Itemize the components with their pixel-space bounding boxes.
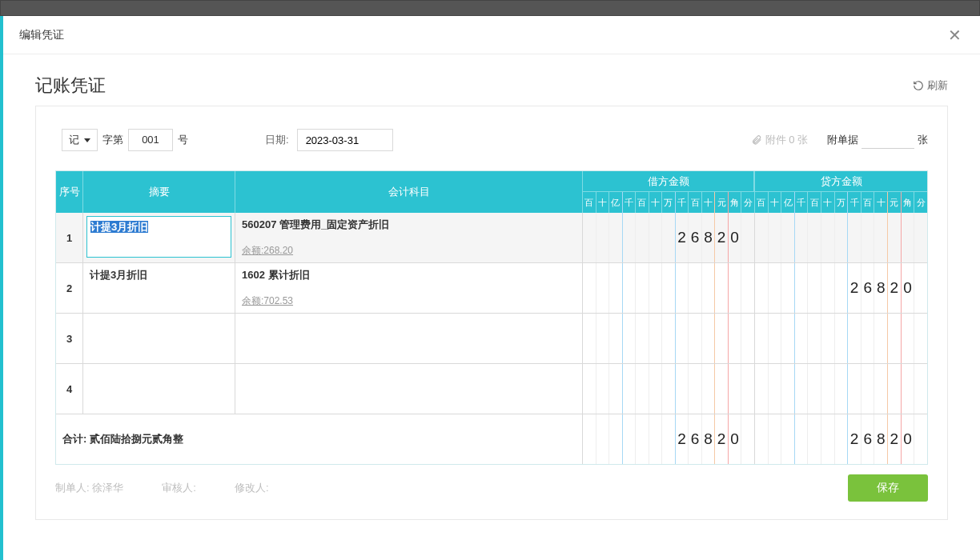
row-summary-cell[interactable] [83,314,235,363]
digit-cell [609,263,623,313]
row-credit-cell[interactable] [755,364,927,414]
digit-cell [649,364,663,414]
row-summary-cell[interactable]: 计提3月折旧 [83,263,235,313]
table-row[interactable]: 2计提3月折旧1602 累计折旧余额:702.5326820 [56,262,927,313]
row-account-cell[interactable]: 1602 累计折旧余额:702.53 [235,263,583,313]
header-credit: 贷方金额 百十亿千百十万千百十元角分 [755,171,927,213]
digit-cell [741,314,754,363]
digit-cell [821,213,835,262]
page-title: 记账凭证 [35,74,106,98]
digit-cell [755,414,769,464]
digit-cell: 8 [702,414,716,464]
voucher-number-input[interactable]: 001 [128,129,173,151]
digit-cell [821,414,835,464]
digit-cell [636,213,649,262]
table-row[interactable]: 3 [56,313,927,363]
save-button[interactable]: 保存 [848,474,928,502]
digit-cell: 2 [676,213,689,262]
voucher-type-select[interactable]: 记 [62,129,98,151]
attach-doc-label: 附单据 [827,133,858,147]
row-summary-cell[interactable] [83,364,235,414]
row-debit-cell[interactable] [583,314,755,363]
attach-count-input[interactable] [862,131,914,149]
refresh-icon [913,80,924,91]
paperclip-icon [751,134,762,146]
digit-cell [914,364,927,414]
row-account-cell[interactable] [235,364,583,414]
refresh-button[interactable]: 刷新 [913,78,948,93]
digit-header-cell: 分 [914,192,927,213]
digit-header-cell: 元 [715,192,729,213]
row-credit-cell[interactable]: 26820 [755,263,927,313]
digit-cell [914,314,927,363]
voucher-type-value: 记 [69,133,79,147]
summary-input[interactable]: 计提3月折旧 [86,216,231,258]
digit-cell [848,213,862,262]
header-debit-digits: 百十亿千百十万千百十元角分 [583,192,754,213]
preparer-label: 制单人: [55,482,90,494]
digit-cell [662,213,676,262]
digit-header-cell: 角 [902,192,915,213]
digit-cell [596,314,610,363]
table-row[interactable]: 1计提3月折旧560207 管理费用_固定资产折旧余额:268.2026820 [56,213,927,262]
digit-cell [741,364,754,414]
digit-cell [795,364,809,414]
voucher-label-after-no: 号 [178,133,188,147]
digit-header-cell: 元 [888,192,902,213]
account-balance[interactable]: 余额:268.20 [242,244,576,258]
digit-cell: 2 [848,414,862,464]
digit-cell [755,263,769,313]
digit-cell [835,263,849,313]
digit-cell [795,314,809,363]
digit-cell [769,314,782,363]
digit-cell [609,364,623,414]
digit-cell: 6 [862,263,875,313]
account-name: 560207 管理费用_固定资产折旧 [242,218,576,232]
digit-header-cell: 十 [596,192,610,213]
digit-cell [835,414,849,464]
digit-header-cell: 千 [676,192,689,213]
digit-cell [689,263,702,313]
digit-cell [636,364,649,414]
attachment-link[interactable]: 附件 0 张 [751,133,808,147]
close-icon[interactable]: ✕ [945,26,964,45]
digit-cell [808,314,821,363]
digit-cell [596,414,610,464]
digit-cell [623,314,637,363]
digit-cell [808,364,821,414]
header-debit-title: 借方金额 [583,171,754,192]
row-debit-cell[interactable] [583,263,755,313]
row-debit-cell[interactable] [583,364,755,414]
row-summary-cell[interactable]: 计提3月折旧 [83,213,235,262]
row-account-cell[interactable] [235,314,583,363]
digit-cell [769,364,782,414]
digit-cell [636,263,649,313]
modifier-meta: 修改人: [235,481,269,495]
account-balance[interactable]: 余额:702.53 [242,294,576,308]
modal-body: 记账凭证 刷新 记 字第 001 号 日期: [3,54,980,560]
row-credit-cell[interactable] [755,213,927,262]
date-input[interactable] [297,129,393,151]
digit-cell [662,314,676,363]
digit-cell: 8 [702,213,716,262]
digit-cell [755,364,769,414]
total-debit: 26820 [583,414,755,464]
preparer-name: 徐泽华 [92,482,123,494]
digit-cell [888,364,902,414]
digit-cell: 6 [689,414,702,464]
digit-header-cell: 十 [649,192,663,213]
total-spacer [235,414,583,464]
row-account-cell[interactable]: 560207 管理费用_固定资产折旧余额:268.20 [235,213,583,262]
digit-header-cell: 十 [769,192,782,213]
digit-cell [623,414,637,464]
row-credit-cell[interactable] [755,314,927,363]
row-debit-cell[interactable]: 26820 [583,213,755,262]
digit-cell [649,263,663,313]
digit-cell [874,213,888,262]
digit-cell [649,213,663,262]
digit-cell [609,213,623,262]
digit-cell [781,314,795,363]
digit-cell [914,263,927,313]
debit-digits: 26820 [583,213,754,262]
table-row[interactable]: 4 [56,363,927,414]
